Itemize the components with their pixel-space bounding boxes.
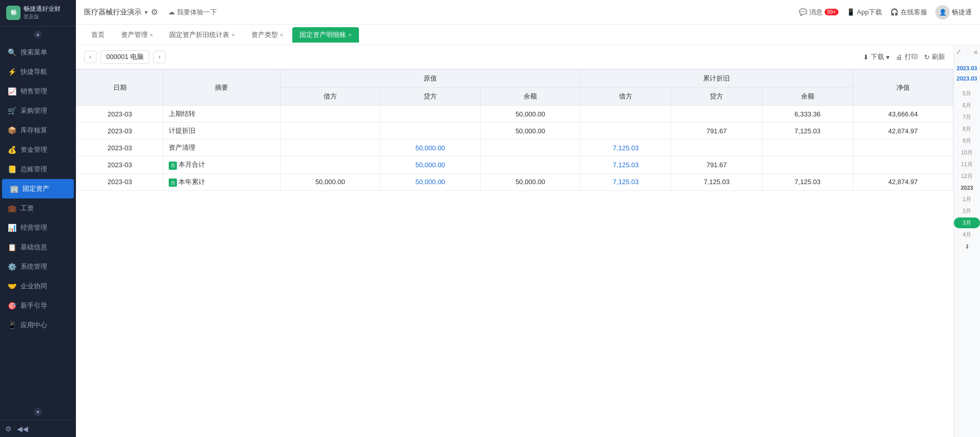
cell-accum-balance: 7,125.03 xyxy=(762,173,853,191)
prev-asset-btn[interactable]: ‹ xyxy=(84,51,96,63)
payroll-icon: 💼 xyxy=(7,204,16,212)
timeline-month-5[interactable]: 5月 xyxy=(954,88,980,99)
timeline-month-10[interactable]: 10月 xyxy=(954,147,980,158)
download-dropdown-icon[interactable]: ▾ xyxy=(886,53,890,61)
table-row: 2023-03 合本月合计 50,000.00 7,125.03 791.67 xyxy=(76,156,953,174)
tab-label: 资产类型 xyxy=(251,30,278,39)
sidebar-item-label: 基础信息 xyxy=(21,243,47,252)
sidebar-item-sales[interactable]: 📈 销售管理 xyxy=(0,82,76,101)
cell-accum-credit xyxy=(671,140,762,156)
timeline-close-btn[interactable]: × xyxy=(974,48,978,56)
refresh-label: 刷新 xyxy=(932,52,945,62)
tab-asset-type[interactable]: 资产类型 × xyxy=(244,27,290,43)
timeline-month-9[interactable]: 9月 xyxy=(954,135,980,146)
col-accum-debit: 借方 xyxy=(581,88,671,106)
timeline-month-12[interactable]: 12月 xyxy=(954,171,980,182)
sales-icon: 📈 xyxy=(7,87,16,95)
message-badge: 99+ xyxy=(825,9,838,15)
download-icon: 📱 xyxy=(847,8,855,16)
sidebar-item-app-center[interactable]: 📱 应用中心 xyxy=(0,315,76,335)
tab-asset-detail[interactable]: 固定资产明细账 × xyxy=(292,27,358,43)
app-center-icon: 📱 xyxy=(7,321,16,329)
logo-area: 畅 畅捷通好业财 普及版 xyxy=(0,0,76,26)
gear-icon[interactable]: ⚙ xyxy=(151,7,158,17)
logo-edition: 普及版 xyxy=(24,13,61,21)
sidebar-scroll-up[interactable]: ▲ xyxy=(34,30,42,38)
col-accumulated-depreciation: 累计折旧 xyxy=(581,70,853,88)
cell-orig-credit: 50,000.00 xyxy=(380,140,480,156)
tab-depreciation-stats[interactable]: 固定资产折旧统计表 × xyxy=(162,27,242,43)
content-area: ‹ 000001 电脑 › ⬇ 下载 ▾ 🖨 打印 ↻ xyxy=(76,45,980,437)
sidebar-item-payroll[interactable]: 💼 工资 xyxy=(0,198,76,218)
timeline-month-3-active[interactable]: 3月 xyxy=(954,217,980,228)
search-icon: 🔍 xyxy=(7,48,16,56)
inventory-icon: 📦 xyxy=(7,126,16,134)
sidebar-item-quick-nav[interactable]: ⚡ 快捷导航 xyxy=(0,62,76,82)
refresh-btn[interactable]: ↻ 刷新 xyxy=(924,52,945,62)
tab-label: 资产管理 xyxy=(121,30,148,39)
sidebar-item-system[interactable]: ⚙️ 系统管理 xyxy=(0,257,76,276)
sidebar-item-label: 资金管理 xyxy=(21,145,47,154)
timeline-month-4[interactable]: 4月 xyxy=(954,229,980,240)
tab-close-icon[interactable]: × xyxy=(348,32,351,38)
print-btn[interactable]: 🖨 打印 xyxy=(896,52,918,62)
app-download-btn[interactable]: 📱 App下载 xyxy=(847,8,882,17)
tab-asset-management[interactable]: 资产管理 × xyxy=(114,27,160,43)
sidebar-item-label: 新手引导 xyxy=(21,301,47,310)
sidebar-item-finance[interactable]: 💰 资金管理 xyxy=(0,140,76,160)
message-label: 消息 xyxy=(809,8,823,17)
next-asset-btn[interactable]: › xyxy=(153,51,166,63)
topbar-right: 💬 消息 99+ 📱 App下载 🎧 在线客服 👤 畅捷通 xyxy=(799,5,972,19)
cell-orig-credit: 50,000.00 xyxy=(380,173,480,191)
timeline-month-7[interactable]: 7月 xyxy=(954,112,980,123)
table-wrapper: 日期 摘要 原值 累计折旧 净值 借方 贷方 余额 借方 贷方 余额 xyxy=(76,69,953,437)
table-row: 2023-03 上期结转 50,000.00 6,333.36 43,666.6… xyxy=(76,106,953,123)
sidebar-item-guide[interactable]: 🎯 新手引导 xyxy=(0,296,76,315)
main-area: 医疗器械行业演示 ▾ ⚙ ☁ 我要体验一下 💬 消息 99+ 📱 App下载 🎧… xyxy=(76,0,980,437)
asset-navigation: ‹ 000001 电脑 › xyxy=(84,50,166,64)
download-btn[interactable]: ⬇ 下载 ▾ xyxy=(863,52,890,62)
timeline-month-11[interactable]: 11月 xyxy=(954,159,980,170)
dropdown-icon[interactable]: ▾ xyxy=(145,9,148,16)
tab-close-icon[interactable]: × xyxy=(150,32,153,38)
ledger-icon: 📒 xyxy=(7,165,16,173)
sidebar-scroll-down[interactable]: ▼ xyxy=(34,408,42,416)
timeline-down-arrow[interactable]: ⬇ xyxy=(963,241,972,252)
tab-close-icon[interactable]: × xyxy=(231,32,234,38)
tab-home[interactable]: 首页 xyxy=(84,27,112,43)
sidebar-item-search[interactable]: 🔍 搜索菜单 xyxy=(0,43,76,62)
sidebar-item-fixed-assets[interactable]: 🏢 固定资产 xyxy=(2,179,74,198)
sidebar-item-collab[interactable]: 🤝 企业协同 xyxy=(0,276,76,296)
tab-close-icon[interactable]: × xyxy=(280,32,283,38)
timeline-month-2[interactable]: 2月 xyxy=(954,206,980,216)
sidebar-item-operations[interactable]: 📊 经营管理 xyxy=(0,218,76,237)
company-selector[interactable]: 医疗器械行业演示 ▾ ⚙ xyxy=(84,7,158,17)
timeline-top-date1[interactable]: 2023.03 xyxy=(954,64,980,73)
message-btn[interactable]: 💬 消息 99+ xyxy=(799,8,838,17)
sidebar-item-ledger[interactable]: 📒 总账管理 xyxy=(0,160,76,179)
col-date: 日期 xyxy=(76,70,164,106)
collapse-icon[interactable]: ◀◀ xyxy=(17,425,28,433)
timeline-month-8[interactable]: 8月 xyxy=(954,124,980,134)
sidebar-item-label: 库存核算 xyxy=(21,126,47,135)
timeline-month-6[interactable]: 6月 xyxy=(954,100,980,111)
sidebar-item-inventory[interactable]: 📦 库存核算 xyxy=(0,121,76,140)
settings-icon[interactable]: ⚙ xyxy=(5,425,12,433)
cell-summary: 资产清理 xyxy=(164,140,281,156)
timeline-month-1[interactable]: 1月 xyxy=(954,194,980,205)
cell-summary: 合本年累计 xyxy=(164,173,281,191)
cell-net-value xyxy=(853,140,953,156)
sidebar-item-label: 系统管理 xyxy=(21,262,47,271)
asset-detail-table: 日期 摘要 原值 累计折旧 净值 借方 贷方 余额 借方 贷方 余额 xyxy=(76,69,953,191)
col-orig-debit: 借方 xyxy=(280,88,380,106)
sidebar-item-purchase[interactable]: 🛒 采购管理 xyxy=(0,101,76,121)
sidebar-item-basics[interactable]: 📋 基础信息 xyxy=(0,237,76,257)
timeline-expand-btn[interactable]: ⤢ xyxy=(956,48,961,55)
cell-net-value: 42,874.97 xyxy=(853,123,953,140)
user-area[interactable]: 👤 畅捷通 xyxy=(935,5,972,19)
timeline-top-date2[interactable]: 2023.03 xyxy=(954,74,980,83)
download-icon: ⬇ xyxy=(863,53,869,61)
online-service-btn[interactable]: 🎧 在线客服 xyxy=(890,8,927,17)
col-net-value: 净值 xyxy=(853,70,953,106)
experience-btn[interactable]: ☁ 我要体验一下 xyxy=(168,8,217,17)
